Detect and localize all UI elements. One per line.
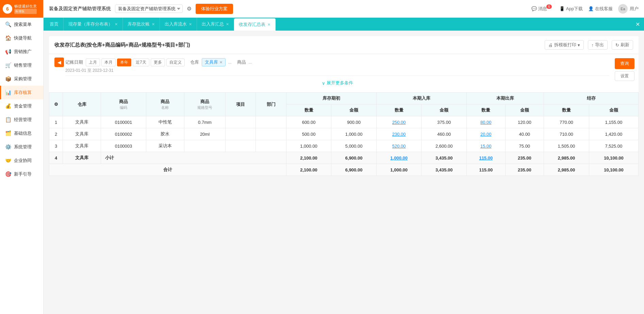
- topbar: 装备及固定资产辅助管理系统 装备及固定资产辅助管理系统 ⚙ 体验行业方案 💬 消…: [44, 0, 644, 18]
- subtotal-opening-amt: 6,900.00: [331, 152, 377, 164]
- row-goods-code: 0100002: [101, 128, 146, 140]
- row-in-qty[interactable]: 520.00: [376, 140, 422, 152]
- row-in-amt: 2,600.00: [422, 140, 467, 152]
- expand-icon: ∨: [322, 81, 325, 86]
- export-icon: ↑: [592, 43, 594, 48]
- sidebar-item-label: 销售管理: [14, 62, 32, 68]
- sidebar-item-marketing[interactable]: 📢 营销推广: [0, 45, 43, 59]
- settings-icon[interactable]: ⚙: [187, 5, 192, 12]
- sidebar-item-quicknav[interactable]: 🏠 快捷导航: [0, 31, 43, 45]
- row-department: [256, 128, 286, 140]
- warehouse-more[interactable]: ...: [228, 60, 232, 65]
- tab-recv-send-summary[interactable]: 收发存汇总表 ✕: [234, 18, 276, 31]
- date-btn-custom[interactable]: 自定义: [166, 59, 185, 66]
- sidebar-item-inventory[interactable]: 📊 库存核算: [0, 86, 43, 99]
- row-opening-qty: 600.00: [286, 116, 331, 128]
- sidebar-item-sales[interactable]: 🛒 销售管理: [0, 59, 43, 72]
- tab-batch[interactable]: 库存批次账 ✕: [123, 18, 160, 31]
- tab-close-icon[interactable]: ✕: [189, 22, 192, 27]
- message-badge: 6: [546, 4, 552, 9]
- row-department: [256, 116, 286, 128]
- warehouse-tag: 文具库 ✕: [202, 58, 226, 66]
- total-opening-qty: 2,100.00: [286, 164, 331, 176]
- tab-inout-flow[interactable]: 出入库流水 ✕: [160, 18, 197, 31]
- filter-fields: 记账日期 上月 本月 本年 近7天 更多 自定义: [60, 54, 615, 92]
- date-btn-more[interactable]: 更多: [151, 59, 165, 66]
- date-label: 记账日期: [65, 59, 83, 65]
- sidebar-item-finance[interactable]: 💰 资金管理: [0, 99, 43, 113]
- logo-icon: 6: [3, 4, 12, 14]
- th-goods-spec: 商品规格型号: [184, 93, 225, 116]
- sidebar-item-system[interactable]: ⚙️ 系统管理: [0, 140, 43, 154]
- tab-inout-summary[interactable]: 出入库汇总 ✕: [197, 18, 234, 31]
- print-btn[interactable]: 🖨 拆模板打印 ▾: [545, 40, 584, 50]
- table-settings-header[interactable]: ⚙: [49, 93, 63, 116]
- system-selector[interactable]: 装备及固定资产辅助管理系统: [115, 4, 183, 13]
- expand-btn[interactable]: ∨ 展开更多条件: [65, 78, 609, 88]
- topbar-actions: 💬 消息 6 📱 App下载 👤 在线客服 Ea 用户: [531, 4, 639, 14]
- th-group-in: 本期入库: [376, 93, 466, 104]
- tab-close-icon[interactable]: ✕: [152, 22, 155, 27]
- message-btn[interactable]: 💬 消息 6: [531, 6, 554, 12]
- row-balance-qty: 770.00: [544, 116, 589, 128]
- total-in-qty: 1,000.00: [376, 164, 422, 176]
- user-menu[interactable]: Ea 用户: [618, 4, 639, 14]
- export-btn[interactable]: ↑ 导出: [588, 40, 608, 50]
- date-btn-this-month[interactable]: 本月: [101, 59, 116, 66]
- message-icon: 💬: [531, 6, 537, 11]
- search-icon: 🔍: [5, 21, 11, 28]
- total-opening-amt: 6,900.00: [331, 164, 377, 176]
- tab-home[interactable]: 首页: [45, 18, 64, 31]
- warehouse-label: 仓库: [190, 59, 199, 65]
- tab-close-icon[interactable]: ✕: [226, 22, 229, 27]
- date-btn-this-year[interactable]: 本年: [117, 59, 131, 66]
- online-service-btn[interactable]: 👤 在线客服: [588, 6, 613, 12]
- cooperation-icon: 🤝: [5, 158, 11, 164]
- th-in-qty: 数量: [376, 104, 422, 116]
- sidebar-item-operations[interactable]: 📋 经营管理: [0, 113, 43, 127]
- app-download-btn[interactable]: 📱 App下载: [559, 6, 583, 12]
- th-group-opening: 库存期初: [286, 93, 376, 104]
- subtotal-opening-qty: 2,100.00: [286, 152, 331, 164]
- th-department: 部门: [256, 93, 286, 116]
- th-group-out: 本期出库: [467, 93, 544, 104]
- total-in-amt: 3,435.00: [422, 164, 467, 176]
- tab-close-icon[interactable]: ✕: [115, 22, 118, 27]
- print-icon: 🖨: [548, 43, 553, 48]
- tabbar-close-btn[interactable]: ✕: [635, 21, 640, 28]
- sales-icon: 🛒: [5, 62, 11, 68]
- refresh-btn[interactable]: ↻ 刷新: [612, 40, 633, 50]
- date-btn-last-month[interactable]: 上月: [86, 59, 100, 66]
- row-opening-amt: 1,000.00: [331, 128, 377, 140]
- row-in-amt: 460.00: [422, 128, 467, 140]
- total-balance-qty: 2,985.00: [544, 164, 589, 176]
- tab-close-icon[interactable]: ✕: [267, 22, 270, 27]
- row-index: 3: [49, 140, 63, 152]
- row-out-qty[interactable]: 20.00: [467, 128, 506, 140]
- chevron-down-icon: ▾: [578, 43, 580, 48]
- experience-btn[interactable]: 体验行业方案: [196, 4, 233, 14]
- date-btn-7days[interactable]: 近7天: [133, 59, 149, 66]
- sidebar-item-basic[interactable]: 🗂️ 基础信息: [0, 127, 43, 140]
- query-btn[interactable]: 查询: [615, 58, 634, 69]
- row-in-qty[interactable]: 230.00: [376, 128, 422, 140]
- warehouse-tag-close[interactable]: ✕: [219, 60, 222, 65]
- tab-inventory-dist[interactable]: 现存量（库存分布表） ✕: [64, 18, 123, 31]
- main-content: 装备及固定资产辅助管理系统 装备及固定资产辅助管理系统 ⚙ 体验行业方案 💬 消…: [44, 0, 644, 314]
- row-goods-spec: [184, 140, 225, 152]
- subtotal-label: 小计: [101, 152, 286, 164]
- row-out-qty[interactable]: 15.00: [467, 140, 506, 152]
- row-in-qty[interactable]: 250.00: [376, 116, 422, 128]
- goods-more[interactable]: ...: [249, 60, 252, 65]
- sidebar-item-search[interactable]: 🔍 搜索菜单: [0, 18, 43, 31]
- sidebar-item-purchase[interactable]: 📦 采购管理: [0, 72, 43, 86]
- filter-settings-btn[interactable]: 设置: [615, 71, 634, 81]
- filter-main-row: ◀ 记账日期 上月 本月 本年 近7天 更多: [49, 54, 639, 92]
- system-title: 装备及固定资产辅助管理系统: [49, 6, 111, 12]
- sidebar-item-cooperation[interactable]: 🤝 企业协同: [0, 154, 43, 167]
- date-buttons: 上月 本月 本年 近7天 更多 自定义: [86, 59, 185, 66]
- row-out-qty[interactable]: 80.00: [467, 116, 506, 128]
- sidebar-item-guide[interactable]: 🎯 新手引导: [0, 167, 43, 181]
- avatar: Ea: [618, 4, 628, 14]
- row-warehouse: 文具库: [63, 116, 101, 128]
